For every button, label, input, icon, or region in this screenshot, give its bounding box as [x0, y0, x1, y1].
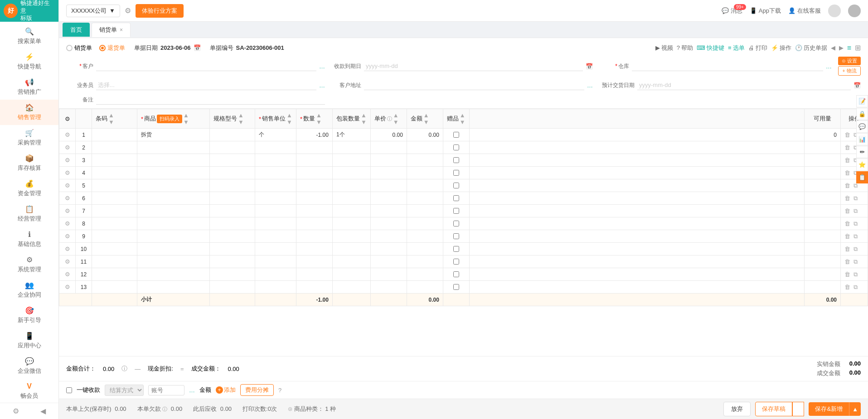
row-amount-cell[interactable]: 0.00 — [407, 129, 443, 141]
toolbar-history[interactable]: 🕐 历史单据 — [795, 44, 827, 52]
row-goods-cell[interactable] — [137, 255, 210, 268]
tab-home[interactable]: 首页 — [63, 23, 90, 37]
row-qty-cell[interactable] — [296, 141, 332, 154]
settings-btn[interactable]: ⊙ 设置 — [838, 57, 861, 65]
row-amount-cell[interactable] — [407, 179, 443, 192]
sidebar-item-management[interactable]: 📋 经营管理 — [0, 201, 58, 226]
panel-icon-6[interactable]: ⭐ — [856, 159, 868, 171]
toolbar-operate[interactable]: ⚡ 操作 — [771, 44, 791, 52]
copy-icon[interactable]: ⧉ — [853, 195, 858, 202]
row-spec-cell[interactable] — [210, 230, 255, 243]
row-amount-cell[interactable] — [407, 192, 443, 205]
sidebar-item-guide[interactable]: 🎯 新手引导 — [0, 303, 58, 328]
row-settings-icon[interactable]: ⚙ — [65, 169, 70, 176]
copy-icon[interactable]: ⧉ — [853, 284, 858, 290]
row-pkgqty-cell[interactable] — [332, 167, 370, 179]
row-goods-cell[interactable] — [137, 217, 210, 230]
row-barcode-cell[interactable] — [92, 217, 137, 230]
gift-checkbox[interactable] — [453, 144, 459, 150]
panel-icon-7[interactable]: 📋 — [856, 171, 868, 183]
row-amount-cell[interactable] — [407, 255, 443, 268]
copy-icon[interactable]: ⧉ — [853, 233, 858, 240]
sidebar-item-vip[interactable]: V 畅会员 — [0, 379, 58, 403]
sidebar-item-finance[interactable]: 💰 资金管理 — [0, 176, 58, 201]
sidebar-item-apps[interactable]: 📱 应用中心 — [0, 328, 58, 353]
row-qty-cell[interactable] — [296, 243, 332, 255]
delete-icon[interactable]: 🗑 — [844, 246, 850, 252]
row-barcode-cell[interactable] — [92, 129, 137, 141]
row-barcode-cell[interactable] — [92, 179, 137, 192]
row-price-cell[interactable] — [370, 141, 407, 154]
row-spec-cell[interactable] — [210, 205, 255, 217]
calc-info-icon[interactable]: ⓘ — [121, 365, 127, 373]
row-pkgqty-cell[interactable] — [332, 281, 370, 294]
delete-icon[interactable]: 🗑 — [844, 284, 850, 290]
sidebar-item-inventory[interactable]: 📦 库存核算 — [0, 150, 58, 176]
copy-icon[interactable]: ⧉ — [853, 207, 858, 214]
avatar[interactable] — [828, 5, 841, 17]
warehouse-input[interactable]: 建材仓 — [632, 61, 823, 71]
fee-split-button[interactable]: 费用分摊 — [240, 384, 274, 396]
row-price-cell[interactable] — [370, 154, 407, 167]
row-amount-cell[interactable] — [407, 167, 443, 179]
row-spec-cell[interactable] — [210, 141, 255, 154]
list-view-icon[interactable]: ≡ — [847, 44, 851, 52]
salesperson-input[interactable] — [96, 80, 316, 90]
row-pkgqty-cell[interactable] — [332, 217, 370, 230]
row-price-cell[interactable] — [370, 167, 407, 179]
row-price-cell[interactable] — [370, 243, 407, 255]
row-unit-cell[interactable] — [255, 205, 296, 217]
add-button[interactable]: + 添加 — [216, 386, 236, 394]
row-amount-cell[interactable] — [407, 217, 443, 230]
toolbar-video[interactable]: ▶ 视频 — [655, 44, 673, 52]
row-price-cell[interactable] — [370, 268, 407, 281]
panel-icon-3[interactable]: 💬 — [856, 120, 868, 133]
customer-input[interactable] — [96, 61, 316, 71]
row-goods-cell[interactable] — [137, 192, 210, 205]
company-selector[interactable]: XXXXXX公司 ▼ — [66, 5, 120, 17]
copy-icon[interactable]: ⧉ — [853, 271, 858, 278]
toolbar-shortcut[interactable]: ⌨ 快捷键 — [697, 44, 724, 52]
sidebar-item-search[interactable]: 🔍 搜索菜单 — [0, 24, 58, 49]
row-spec-cell[interactable] — [210, 255, 255, 268]
tab-close-icon[interactable]: × — [120, 27, 123, 33]
sidebar-item-system[interactable]: ⚙ 系统管理 — [0, 252, 58, 277]
row-goods-cell[interactable] — [137, 268, 210, 281]
radio-sales[interactable]: 销货单 — [66, 44, 92, 52]
nav-next-icon[interactable]: ▶ — [839, 44, 844, 51]
row-goods-cell[interactable] — [137, 167, 210, 179]
delete-icon[interactable]: 🗑 — [844, 195, 850, 202]
row-barcode-cell[interactable] — [92, 192, 137, 205]
grid-view-icon[interactable]: ⊞ — [855, 43, 861, 52]
row-qty-cell[interactable] — [296, 167, 332, 179]
row-pkgqty-cell[interactable] — [332, 255, 370, 268]
row-barcode-cell[interactable] — [92, 230, 137, 243]
copy-icon[interactable]: ⧉ — [853, 258, 858, 265]
row-settings-icon[interactable]: ⚙ — [65, 131, 70, 138]
row-goods-cell[interactable] — [137, 141, 210, 154]
row-spec-cell[interactable] — [210, 243, 255, 255]
row-amount-cell[interactable] — [407, 205, 443, 217]
sidebar-item-wechat[interactable]: 💬 企业微信 — [0, 353, 58, 379]
row-settings-icon[interactable]: ⚙ — [65, 258, 70, 265]
copy-icon[interactable]: ⧉ — [853, 220, 858, 227]
panel-icon-1[interactable]: 📝 — [856, 95, 868, 107]
calendar3-icon[interactable]: 📅 — [853, 82, 861, 89]
row-unit-cell[interactable] — [255, 268, 296, 281]
salesperson-dots[interactable]: … — [319, 82, 325, 89]
row-unit-cell[interactable] — [255, 217, 296, 230]
row-pkgqty-cell[interactable]: 1个 — [332, 129, 370, 141]
calendar2-icon[interactable]: 📅 — [586, 63, 593, 70]
row-unit-cell[interactable] — [255, 255, 296, 268]
row-qty-cell[interactable] — [296, 154, 332, 167]
delete-icon[interactable]: 🗑 — [844, 144, 850, 151]
gift-checkbox[interactable] — [453, 183, 459, 188]
gift-checkbox[interactable] — [453, 157, 459, 163]
row-amount-cell[interactable] — [407, 281, 443, 294]
row-barcode-cell[interactable] — [92, 268, 137, 281]
toolbar-select[interactable]: ≡ 选单 — [728, 44, 745, 52]
row-spec-cell[interactable] — [210, 192, 255, 205]
row-qty-cell[interactable]: -1.00 — [296, 129, 332, 141]
row-settings-icon[interactable]: ⚙ — [65, 157, 70, 164]
row-settings-icon[interactable]: ⚙ — [65, 207, 70, 214]
